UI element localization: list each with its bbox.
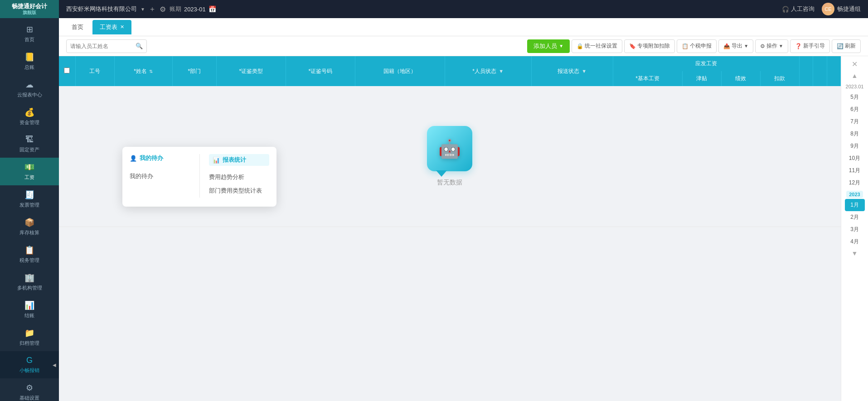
expense-trend-item[interactable]: 费用趋势分析 <box>209 170 270 184</box>
sidebar-item-home[interactable]: ⊞ 首页 <box>0 20 59 48</box>
sidebar-item-settle[interactable]: 📊 结账 <box>0 296 59 324</box>
th-dept: *部门 <box>172 56 216 86</box>
multi-org-icon: 🏢 <box>24 273 34 283</box>
popup-divider <box>199 154 200 198</box>
calendar-icon[interactable]: 📅 <box>209 5 216 13</box>
timeline-month-3[interactable]: 3月 <box>845 223 865 236</box>
todo-icon: 👤 <box>130 155 137 162</box>
settle-icon: 📊 <box>24 300 34 310</box>
empty-text: 暂无数据 <box>437 179 462 187</box>
sidebar-item-salary[interactable]: 💵 工资 <box>0 158 59 185</box>
company-dropdown-icon[interactable]: ▼ <box>141 7 145 12</box>
sidebar-item-ledger[interactable]: 📒 总账 <box>0 48 59 75</box>
name-sort-icon[interactable]: ⇅ <box>149 69 153 74</box>
th-allowance: 津贴 <box>682 71 721 86</box>
expand-arrow-icon: ◀ <box>53 362 56 367</box>
th-base-salary: *基本工资 <box>613 71 682 86</box>
search-icon[interactable]: 🔍 <box>136 43 143 49</box>
popup-col-right: 📊 报表统计 费用趋势分析 部门费用类型统计表 <box>202 154 277 198</box>
ledger-icon: 📒 <box>24 52 34 62</box>
timeline-month-8[interactable]: 8月 <box>845 128 865 140</box>
user-name: 畅捷通组 <box>837 5 861 13</box>
sidebar-item-invoice[interactable]: 🧾 发票管理 <box>0 185 59 213</box>
my-todo-item[interactable]: 我的待办 <box>130 169 190 183</box>
timeline-year-current: 2023 <box>846 191 863 198</box>
new-guide-button[interactable]: ❓ 新手引导 <box>790 39 830 53</box>
sidebar-item-archive[interactable]: 📁 归档管理 <box>0 324 59 351</box>
timeline-month-4[interactable]: 4月 <box>845 236 865 248</box>
timeline-year-prev: 2023.01 <box>843 83 867 90</box>
timeline-month-5[interactable]: 5月 <box>845 91 865 103</box>
tax-icon: 📋 <box>24 245 34 255</box>
report-stats-icon: 📊 <box>213 157 220 164</box>
toolbar: 🔍 添加人员 ▼ 🔒 统一社保设置 🔖 专项附加扣除 📋 个税申报 <box>59 36 868 56</box>
export-icon: 📤 <box>723 43 730 49</box>
sidebar-item-multi-org[interactable]: 🏢 多机构管理 <box>0 268 59 296</box>
archive-icon: 📁 <box>24 328 34 338</box>
timeline-month-10[interactable]: 10月 <box>845 152 865 164</box>
timeline-up-icon[interactable]: ▲ <box>850 70 860 81</box>
timeline-panel: ✕ ▲ 2023.01 5月 6月 7月 8月 9月 <box>841 56 868 401</box>
add-company-icon[interactable]: ＋ <box>149 5 156 14</box>
timeline-month-6[interactable]: 6月 <box>845 103 865 116</box>
timeline-month-7[interactable]: 7月 <box>845 116 865 128</box>
timeline-close-icon[interactable]: ✕ <box>852 60 858 68</box>
salary-icon: 💵 <box>24 162 34 172</box>
timeline-month-11[interactable]: 11月 <box>845 164 865 177</box>
operation-button[interactable]: ⚙ 操作 ▼ <box>755 39 788 53</box>
sidebar-item-inventory[interactable]: 📦 库存核算 <box>0 213 59 241</box>
sidebar-item-fund[interactable]: 💰 资金管理 <box>0 103 59 130</box>
content-area: 首页 工资表 ✕ 🔍 添加人员 ▼ 🔒 统一社保设置 <box>59 18 868 401</box>
company-settings-icon[interactable]: ⚙ <box>160 5 166 14</box>
sidebar-item-cloud-report[interactable]: ☁ 云报表中心 <box>0 75 59 103</box>
operation-icon: ⚙ <box>760 43 765 49</box>
fund-icon: 💰 <box>24 107 34 117</box>
xiaochang-icon: G <box>26 356 33 365</box>
cloud-icon: ☁ <box>25 80 34 90</box>
th-job-no: 工号 <box>75 56 114 86</box>
logo-area: 畅捷通好会计 旗舰版 <box>0 0 59 18</box>
tab-close-icon[interactable]: ✕ <box>120 24 124 30</box>
settings-icon: ⚙ <box>26 383 33 393</box>
social-security-button[interactable]: 🔒 统一社保设置 <box>572 39 622 53</box>
popup-col2-title: 📊 报表统计 <box>209 154 270 166</box>
timeline-month-12[interactable]: 12月 <box>845 177 865 189</box>
timeline-down-icon[interactable]: ▼ <box>850 248 860 259</box>
avatar: CE <box>822 3 834 15</box>
search-input[interactable] <box>70 43 134 49</box>
sidebar-item-basic-settings[interactable]: ⚙ 基础设置 <box>0 378 59 401</box>
dept-expense-item[interactable]: 部门费用类型统计表 <box>209 184 270 198</box>
support-button[interactable]: 🎧 人工咨询 <box>782 5 815 13</box>
th-pension <box>813 56 827 86</box>
timeline-month-9[interactable]: 9月 <box>845 140 865 152</box>
th-report-status: 报送状态 ▼ <box>531 56 613 86</box>
special-deduct-button[interactable]: 🔖 专项附加扣除 <box>624 39 675 53</box>
select-all-checkbox[interactable] <box>64 68 70 73</box>
personal-tax-button[interactable]: 📋 个税申报 <box>677 39 717 53</box>
popup-col1-title: 👤 我的待办 <box>130 154 190 165</box>
tab-salary[interactable]: 工资表 ✕ <box>92 20 131 34</box>
timeline-month-1[interactable]: 1月 <box>845 199 865 211</box>
refresh-button[interactable]: 🔄 刷新 <box>832 39 861 53</box>
report-status-filter-icon[interactable]: ▼ <box>582 68 587 74</box>
th-person-status: *人员状态 ▼ <box>445 56 531 86</box>
export-button[interactable]: 📤 导出 ▼ <box>718 39 753 53</box>
headset-icon: 🎧 <box>782 6 789 13</box>
user-area[interactable]: CE 畅捷通组 <box>822 3 861 15</box>
empty-robot-icon: 🤖 <box>427 126 472 171</box>
refresh-icon: 🔄 <box>837 43 844 49</box>
popup-col-left: 👤 我的待办 我的待办 <box>122 154 198 198</box>
lock-icon: 🔒 <box>577 43 583 49</box>
sidebar-item-xiaochang-report[interactable]: G 小畅报销 ◀ <box>0 351 59 378</box>
person-status-filter-icon[interactable]: ▼ <box>499 68 504 74</box>
sidebar: ⊞ 首页 📒 总账 ☁ 云报表中心 💰 资金管理 🏗 固定资产 💵 工资 🧾 发… <box>0 18 59 401</box>
sidebar-item-fixed-assets[interactable]: 🏗 固定资产 <box>0 130 59 158</box>
export-chevron-icon: ▼ <box>744 43 748 48</box>
invoice-icon: 🧾 <box>24 190 34 200</box>
header-right: 🎧 人工咨询 CE 畅捷通组 <box>782 3 868 15</box>
timeline-month-2[interactable]: 2月 <box>845 211 865 223</box>
sidebar-item-tax[interactable]: 📋 税务管理 <box>0 241 59 268</box>
add-person-button[interactable]: 添加人员 ▼ <box>527 39 570 53</box>
tab-home[interactable]: 首页 <box>64 20 91 34</box>
fixed-assets-icon: 🏗 <box>25 135 34 145</box>
